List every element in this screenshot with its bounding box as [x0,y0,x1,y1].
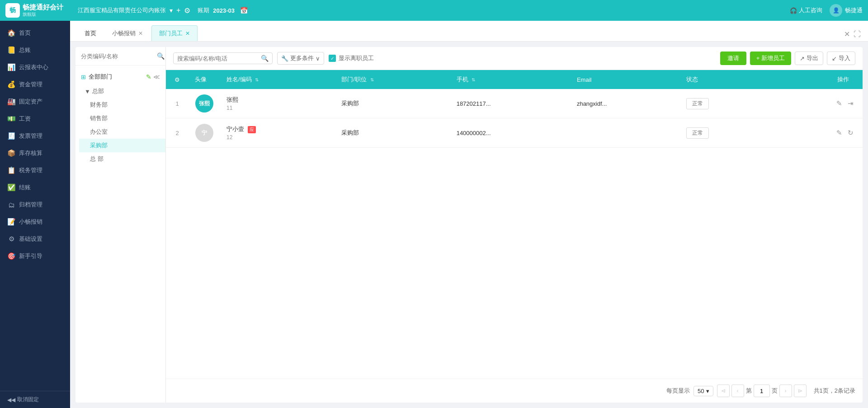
invite-button[interactable]: 邀请 [720,52,746,65]
sidebar-item-ledger[interactable]: 📒 总账 [0,42,70,59]
sidebar-item-funds[interactable]: 💰 资金管理 [0,76,70,93]
dept-group-label: 总部 [92,87,104,95]
dept-item-headquarters[interactable]: 总 部 [79,152,165,166]
page-size-select[interactable]: 50 ▾ [693,386,713,396]
sidebar-item-guide[interactable]: 🎯 新手引导 [0,248,70,265]
tab-expense[interactable]: 小畅报销 ✕ [104,25,151,41]
page-nav: ⊲ ‹ 第 页 › ⊳ [717,385,807,397]
dept-tree: ⊞ 全部部门 ✎ ≪ ▼ 总部 财务部 销售部 [75,66,165,403]
dept-collapse-icon[interactable]: ≪ [153,73,160,80]
user-info[interactable]: 👤 畅捷通 [830,4,863,17]
edit-icon-1[interactable]: ✎ [836,99,842,107]
next-page-button[interactable]: › [779,385,792,397]
employee-search-input[interactable] [177,55,261,62]
show-resigned-toggle[interactable]: ✓ 显示离职员工 [329,54,374,62]
page-unit: 页 [772,387,778,395]
employee-panel: 🔍 🔧 更多条件 ∨ ✓ 显示离职员工 邀请 + 新增员工 [166,47,863,403]
export-button[interactable]: ↗ 导出 [795,52,823,65]
th-name[interactable]: 姓名/编码 ⇅ [220,70,335,89]
page-input[interactable] [754,385,770,397]
th-phone[interactable]: 手机 ⇅ [450,70,571,89]
email-cell-1: zhangxidf... [571,89,680,118]
th-settings[interactable]: ⚙ [166,70,189,89]
edit-icon-2[interactable]: ✎ [836,129,842,136]
sidebar-item-archive[interactable]: 🗂 归档管理 [0,196,70,213]
reports-icon: 📊 [7,63,15,71]
sidebar-item-settings[interactable]: ⚙ 基础设置 [0,230,70,248]
tab-dept[interactable]: 部门员工 ✕ [151,25,198,41]
dept-item-finance[interactable]: 财务部 [79,98,165,112]
expense-icon: 📝 [7,218,15,226]
company-name: 江西服宝精品有限责任公司内账张 [78,6,166,14]
sidebar-item-inventory[interactable]: 📦 库存核算 [0,145,70,162]
add-button[interactable]: + [176,6,180,14]
sidebar-item-reports[interactable]: 📊 云报表中心 [0,59,70,76]
dept-edit-icon[interactable]: ✎ [146,73,151,80]
tab-expense-label: 小畅报销 [112,29,136,38]
import-label: 导入 [839,54,850,62]
tab-dept-close[interactable]: ✕ [185,30,190,37]
prev-page-button[interactable]: ‹ [731,385,744,397]
logout-icon-1[interactable]: ⇥ [848,99,854,107]
first-page-button[interactable]: ⊲ [717,385,730,397]
export-label: 导出 [807,54,818,62]
sidebar-item-assets[interactable]: 🏭 固定资产 [0,93,70,110]
name-info-1: 张熙 11 [226,96,329,111]
resigned-checkbox[interactable]: ✓ [329,55,336,62]
filter-button[interactable]: 🔧 更多条件 ∨ [277,52,324,65]
sidebar-item-salary[interactable]: 💵 工资 [0,110,70,127]
unpin-button[interactable]: ◀◀ 取消固定 [7,396,63,403]
company-dropdown-button[interactable]: ▾ [170,7,173,14]
sidebar-label-invoice: 发票管理 [19,132,42,140]
refresh-icon-2[interactable]: ↻ [848,129,854,136]
th-dept[interactable]: 部门/职位 ⇅ [335,70,450,89]
maximize-icon[interactable]: ⛶ [854,30,861,38]
sort-dept-icon: ⇅ [370,77,374,82]
sidebar-item-invoice[interactable]: 🧾 发票管理 [0,127,70,145]
sidebar-item-checkout[interactable]: ✅ 结账 [0,179,70,196]
close-tab-icon[interactable]: ✕ [844,30,850,38]
avatar-initials-2: 宁 [202,129,207,137]
sidebar-item-expense[interactable]: 📝 小畅报销 [0,213,70,230]
tab-home[interactable]: 首页 [77,26,104,41]
dept-search-input[interactable] [81,53,157,60]
table: ⚙ 头像 姓名/编码 ⇅ 部门/职位 ⇅ [166,70,863,148]
settings-icon[interactable]: ⚙ [184,6,190,15]
sidebar-label-reports: 云报表中心 [19,63,48,71]
sidebar-bottom: ◀◀ 取消固定 [0,391,70,408]
sidebar-item-home[interactable]: 🏠 首页 [0,24,70,42]
add-employee-button[interactable]: + 新增员工 [750,52,791,65]
status-cell-1: 正常 [680,89,770,118]
guide-icon: 🎯 [7,252,15,260]
support-label: 人工咨询 [799,6,822,14]
dept-search-icon[interactable]: 🔍 [157,52,165,60]
support-button[interactable]: 🎧 人工咨询 [790,6,822,14]
assets-icon: 🏭 [7,98,15,106]
ops-cell-2: ✎ ↻ [770,118,863,148]
tab-expense-close[interactable]: ✕ [138,30,143,37]
calendar-icon[interactable]: 📅 [240,7,248,14]
page-size-value: 50 [698,388,704,394]
pin-icon: ◀◀ [7,397,15,403]
logo-icon: 畅 [5,3,20,18]
employee-search-icon[interactable]: 🔍 [261,55,269,62]
total-label: 共1页，2条记录 [814,387,855,395]
sidebar-item-tax[interactable]: 📋 税务管理 [0,162,70,179]
dept-item-office[interactable]: 办公室 [79,125,165,139]
dept-all-item[interactable]: ⊞ 全部部门 ✎ ≪ [75,69,165,84]
last-page-button[interactable]: ⊳ [794,385,807,397]
status-cell-2: 正常 [680,118,770,148]
grid-icon: ⊞ [81,74,86,80]
filter-label: 更多条件 [290,54,314,62]
filter-chevron-icon: ∨ [316,55,320,62]
archive-icon: 🗂 [7,201,15,209]
dept-item-sales[interactable]: 销售部 [79,112,165,125]
import-button[interactable]: ↙ 导入 [827,52,855,65]
export-icon: ↗ [800,55,805,62]
main-layout: 🏠 首页 📒 总账 📊 云报表中心 💰 资金管理 🏭 固定资产 💵 工资 [0,21,868,408]
dept-cell-2: 采购部 [335,118,450,148]
period-value: 2023-03 [213,7,235,14]
pagination-bar: 每页显示 50 ▾ ⊲ ‹ 第 页 › ⊳ 共1页，2条记录 [166,379,863,403]
employee-toolbar: 🔍 🔧 更多条件 ∨ ✓ 显示离职员工 邀请 + 新增员工 [166,47,863,70]
dept-item-purchase[interactable]: 采购部 [79,139,165,152]
